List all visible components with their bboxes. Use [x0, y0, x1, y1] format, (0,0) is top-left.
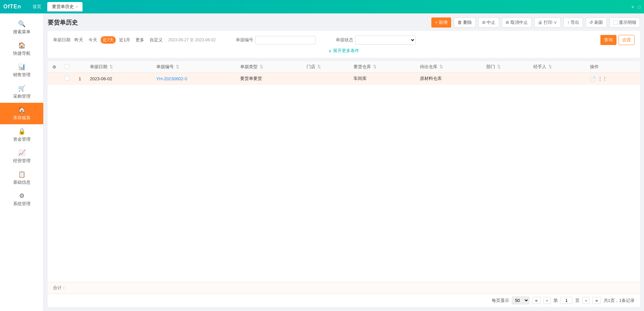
last-page-btn[interactable]: » [592, 297, 601, 304]
delete-button[interactable]: 🗑 删除 [454, 17, 476, 28]
page-title: 要货单历史 [48, 18, 78, 27]
display-label: 显示明细 [619, 19, 636, 26]
sidebar-item-system[interactable]: ⚙ 系统管理 [0, 189, 43, 210]
page-number-input[interactable] [560, 297, 573, 304]
sidebar-item-quick-nav[interactable]: 🏠 快捷导航 [0, 38, 43, 60]
next-page-btn[interactable]: › [582, 297, 590, 304]
display-checkbox [613, 20, 618, 25]
td-bill-no[interactable]: YH-20230602-0 [153, 73, 237, 85]
date-opt-1month[interactable]: 近1月 [117, 36, 132, 44]
td-handler [530, 73, 587, 85]
td-checkbox[interactable] [61, 73, 73, 85]
date-filter-label: 单据日期 [53, 37, 70, 43]
top-bar-right: × □ [632, 4, 641, 9]
page-size-select[interactable]: 50 100 200 [512, 297, 529, 304]
operation-icon: 📈 [18, 149, 25, 157]
header-checkbox[interactable] [65, 64, 69, 69]
td-store [303, 73, 350, 85]
cancel-stop-button[interactable]: ⊘ 取消中止 [502, 17, 532, 28]
settings-gear-icon[interactable]: ⚙ [52, 64, 56, 70]
date-opt-yesterday[interactable]: 昨天 [72, 36, 85, 44]
td-req-warehouse: 车间库 [350, 73, 417, 85]
th-bill-no[interactable]: 单据编号 ⇅ [153, 61, 237, 73]
refresh-button[interactable]: ↺ 刷新 [586, 17, 607, 28]
expand-more-btn[interactable]: ∨ 展开更多条件 [53, 48, 635, 54]
sum-label: 合计： [53, 285, 66, 290]
data-table: ⚙ 单据日期 ⇅ 单据编号 ⇅ 单据类型 ⇅ 门店 ⇅ 要货仓库 ⇅ 待出仓库 [48, 61, 640, 85]
chart-icon: 📊 [18, 63, 25, 71]
window-maximize-icon[interactable]: □ [638, 4, 641, 9]
sidebar-item-search-menu[interactable]: 🔍 搜索菜单 [0, 17, 43, 38]
td-department [483, 73, 530, 85]
query-label: 查询 [604, 37, 613, 43]
export-label: ↑ 导出 [567, 19, 579, 26]
sidebar-label-finance: 资金管理 [13, 136, 31, 142]
date-opt-7days[interactable]: 近7天 [101, 36, 116, 44]
bill-no-link[interactable]: YH-20230602-0 [156, 76, 187, 81]
th-action: 操作 [587, 61, 640, 73]
table-container: ⚙ 单据日期 ⇅ 单据编号 ⇅ 单据类型 ⇅ 门店 ⇅ 要货仓库 ⇅ 待出仓库 [48, 61, 640, 307]
page-suffix: 页 [575, 298, 580, 304]
date-range-display: 2023-05-27 至 2023-06-02 [168, 37, 215, 43]
th-bill-type[interactable]: 单据类型 ⇅ [237, 61, 303, 73]
settings-label: 设置 [622, 37, 631, 43]
bill-no-filter: 单据编号 [236, 36, 316, 44]
tab-requisition-label: 要货单历史 [52, 4, 74, 10]
th-req-warehouse[interactable]: 要货仓库 ⇅ [350, 61, 417, 73]
sidebar-label-quick-nav: 快捷导航 [13, 50, 31, 56]
tab-bar: 首页 要货单历史 × [28, 2, 632, 11]
expand-more-label: 展开更多条件 [333, 48, 359, 54]
bill-no-input[interactable] [255, 36, 316, 44]
sidebar-item-operation[interactable]: 📈 经营管理 [0, 146, 43, 167]
sidebar-label-search: 搜索菜单 [13, 29, 31, 35]
new-button[interactable]: + 新增 [431, 17, 451, 28]
date-opt-custom[interactable]: 自定义 [148, 36, 165, 44]
th-pending-warehouse[interactable]: 待出仓库 ⇅ [417, 61, 483, 73]
tab-home-label: 首页 [33, 4, 41, 10]
th-department[interactable]: 部门 ⇅ [483, 61, 530, 73]
th-store[interactable]: 门店 ⇅ [303, 61, 350, 73]
tab-close-icon[interactable]: × [76, 5, 78, 9]
row-edit-icon[interactable]: 📄 [590, 76, 596, 81]
export-button[interactable]: ↑ 导出 [564, 17, 583, 28]
settings-button[interactable]: 设置 [619, 35, 635, 45]
sidebar-item-base-info[interactable]: 📋 基础信息 [0, 167, 43, 189]
td-pending-warehouse: 原材料仓库 [417, 73, 483, 85]
th-date[interactable]: 单据日期 ⇅ [87, 61, 153, 73]
sidebar-label-operation: 经营管理 [13, 158, 31, 164]
app-logo: OfTEn [3, 4, 21, 10]
page-header: 要货单历史 + 新增 🗑 删除 ⊘ 中止 ⊘ 取消中止 🖨 打印 ∨ [48, 17, 640, 28]
status-filter: 单据状态 [336, 36, 416, 45]
display-detail-button[interactable]: 显示明细 [609, 17, 640, 28]
stop-button[interactable]: ⊘ 中止 [478, 17, 499, 28]
th-num [73, 61, 87, 73]
sidebar-item-finance[interactable]: 🔒 资金管理 [0, 124, 43, 146]
date-opt-more[interactable]: 更多 [133, 36, 146, 44]
table-footer-sum: 合计： [48, 282, 640, 294]
window-close-icon[interactable]: × [632, 4, 634, 9]
th-checkbox[interactable] [61, 61, 73, 73]
td-num: 1 [73, 73, 87, 85]
date-options: 昨天 今天 近7天 近1月 更多 自定义 [72, 36, 165, 44]
new-button-label: + 新增 [435, 19, 447, 26]
status-select[interactable] [355, 36, 416, 45]
tab-home[interactable]: 首页 [28, 2, 46, 11]
print-button[interactable]: 🖨 打印 ∨ [534, 17, 561, 28]
print-label: 🖨 打印 ∨ [538, 19, 557, 26]
row-more-icon[interactable]: ⋮⋮ [598, 76, 607, 81]
row-checkbox[interactable] [65, 76, 69, 81]
sidebar-item-purchase[interactable]: 🛒 采购管理 [0, 81, 43, 103]
date-opt-today[interactable]: 今天 [87, 36, 99, 44]
th-settings[interactable]: ⚙ [48, 61, 61, 73]
inventory-icon: 🏠 [18, 106, 25, 114]
page-size-label: 每页显示 [492, 298, 509, 304]
prev-page-btn[interactable]: ‹ [543, 297, 551, 304]
sidebar-item-sales[interactable]: 📊 销售管理 [0, 60, 43, 81]
filter-row: 单据日期 昨天 今天 近7天 近1月 更多 自定义 2023-05-27 至 2… [53, 35, 635, 45]
first-page-btn[interactable]: « [532, 297, 540, 304]
tab-requisition-history[interactable]: 要货单历史 × [47, 2, 83, 11]
cart-icon: 🛒 [18, 85, 25, 92]
th-handler[interactable]: 经手人 ⇅ [530, 61, 587, 73]
query-button[interactable]: 查询 [600, 35, 616, 45]
sidebar-item-inventory[interactable]: 🏠 库存核算 [0, 103, 43, 124]
